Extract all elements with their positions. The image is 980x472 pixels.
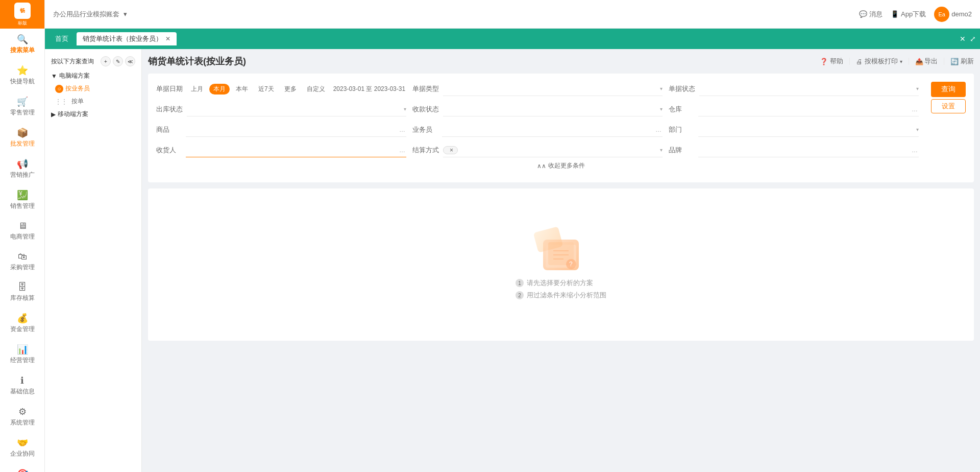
sidebar-item-ecommerce[interactable]: 🖥 电商管理	[0, 216, 44, 246]
query-button[interactable]: 查询	[931, 82, 966, 97]
salesperson-control[interactable]: …	[442, 123, 663, 137]
export-btn[interactable]: 📤 导出	[915, 57, 938, 66]
goods-control[interactable]: …	[186, 123, 406, 137]
sidebar-item-shortcut[interactable]: ⭐ 快捷导航	[0, 60, 44, 91]
message-item[interactable]: 💬 消息	[859, 10, 883, 19]
user-item[interactable]: Ea demo2	[934, 7, 972, 22]
sidebar-item-basic[interactable]: ℹ 基础信息	[0, 370, 44, 401]
warehouse-label: 仓库	[669, 105, 694, 114]
hint1-num: 1	[516, 279, 524, 287]
inventory-icon: 🗄	[18, 282, 27, 293]
date-tab-thismonth[interactable]: 本月	[209, 84, 230, 95]
panel-edit-btn[interactable]: ✎	[113, 56, 123, 66]
date-row: 上月 本月 本年 近7天 更多 自定义 2023-03-01 至 2023-03…	[187, 84, 406, 95]
sidebar-item-operation[interactable]: 📊 经营管理	[0, 339, 44, 370]
enterprise-icon: 🤝	[17, 437, 28, 449]
filter-recipient: 收货人 …	[156, 143, 406, 157]
tree-item-mobile[interactable]: ▶ 移动端方案	[45, 108, 141, 121]
sidebar-item-retail[interactable]: 🛒 零售管理	[0, 91, 44, 122]
message-label: 消息	[869, 10, 883, 19]
sidebar-sales-label: 销售管理	[10, 202, 35, 210]
dropdown-icon[interactable]: ▾	[124, 10, 127, 18]
tab-home[interactable]: 首页	[49, 32, 75, 45]
export-label: 导出	[924, 57, 938, 66]
page-title: 销货单统计表(按业务员)	[148, 55, 246, 67]
tree-salesperson-label: 按业务员	[65, 84, 90, 93]
tab-close-icon[interactable]: ✕	[165, 35, 170, 42]
svg-text:?: ?	[569, 261, 573, 268]
maximize-icon[interactable]: ⤢	[970, 35, 976, 43]
divider2	[909, 58, 909, 65]
date-tab-7days[interactable]: 近7天	[254, 84, 278, 95]
goods-label: 商品	[156, 125, 182, 134]
sidebar-system-label: 系统管理	[10, 418, 35, 427]
sidebar-item-finance[interactable]: 💰 资金管理	[0, 308, 44, 339]
date-tabs: 上月 本月 本年 近7天 更多 自定义	[187, 84, 329, 95]
sidebar-item-purchase[interactable]: 🛍 采购管理	[0, 246, 44, 277]
doc-type-control[interactable]: ▾	[443, 82, 663, 96]
sidebar-item-enterprise[interactable]: 🤝 企业协同	[0, 432, 44, 463]
payment-caret: ▾	[660, 147, 663, 153]
collapse-bar[interactable]: ∧∧ 收起更多条件	[156, 157, 966, 174]
doc-status-caret: ▾	[916, 86, 919, 91]
tree-pc-label: 电脑端方案	[59, 72, 90, 80]
tab-report[interactable]: 销货单统计表（按业务员） ✕	[77, 32, 177, 45]
filter-row-2: 出库状态 ▾ 收款状态 ▾	[156, 102, 919, 116]
panel-collapse-btn[interactable]: ≪	[125, 56, 135, 66]
tab-maximize-area: ✕ ⤢	[960, 35, 976, 43]
close-window-icon[interactable]: ✕	[960, 35, 966, 43]
tree-item-order[interactable]: ⋮⋮ 按单	[45, 95, 141, 108]
recipient-control[interactable]: …	[186, 143, 406, 157]
panel-title: 按以下方案查询	[51, 57, 94, 66]
date-tab-lastmonth[interactable]: 上月	[187, 84, 207, 95]
page-actions: ❓ 帮助 🖨 按模板打印 ▾ 📤 导出	[820, 57, 974, 66]
sidebar-item-newbie[interactable]: 🎯 新手引导	[0, 463, 44, 472]
date-label: 单据日期	[156, 84, 183, 93]
setting-button[interactable]: 设置	[931, 99, 966, 113]
brand-dots: …	[912, 147, 919, 154]
help-btn[interactable]: ❓ 帮助	[820, 57, 843, 66]
sidebar-item-marketing[interactable]: 📢 营销推广	[0, 153, 44, 184]
out-status-control[interactable]: ▾	[187, 102, 406, 116]
print-btn[interactable]: 🖨 按模板打印 ▾	[856, 57, 902, 66]
user-name: demo2	[951, 10, 972, 18]
filter-goods: 商品 …	[156, 123, 406, 137]
refresh-btn[interactable]: 🔄 刷新	[950, 57, 974, 66]
doc-type-label: 单据类型	[412, 84, 439, 93]
date-range: 2023-03-01 至 2023-03-31	[333, 85, 405, 93]
sidebar-item-sales[interactable]: 💹 销售管理	[0, 184, 44, 216]
date-tab-more[interactable]: 更多	[280, 84, 301, 95]
avatar: Ea	[934, 7, 949, 22]
salesperson-dots: …	[655, 126, 663, 133]
sidebar-operation-label: 经营管理	[10, 356, 35, 365]
sidebar: 畅 标版 🔍 搜索菜单 ⭐ 快捷导航 🛒 零售管理 📦 批发管理 📢 营销推广 …	[0, 0, 45, 472]
out-status-caret: ▾	[404, 106, 406, 112]
left-panel: 按以下方案查询 + ✎ ≪ ▼ 电脑端方案	[45, 49, 142, 472]
collect-status-control[interactable]: ▾	[443, 102, 663, 116]
goods-dots: …	[399, 126, 406, 133]
recipient-label: 收货人	[156, 146, 182, 155]
sidebar-item-search[interactable]: 🔍 搜索菜单	[0, 29, 44, 60]
brand-control[interactable]: …	[698, 143, 919, 157]
collect-status-label: 收款状态	[412, 105, 439, 114]
payment-tag-close-icon[interactable]: ×	[450, 147, 453, 154]
payment-tag[interactable]: ×	[443, 146, 458, 154]
doc-status-control[interactable]: ▾	[699, 82, 919, 96]
app-download-item[interactable]: 📱 App下载	[891, 10, 926, 19]
dept-control[interactable]: ▾	[698, 123, 919, 137]
salesperson-label: 业务员	[412, 125, 438, 134]
empty-hint-2: 2 用过滤条件来缩小分析范围	[516, 291, 606, 300]
tree-item-salesperson[interactable]: ☺ 按业务员	[45, 82, 141, 95]
date-tab-thisyear[interactable]: 本年	[232, 84, 252, 95]
panel-add-btn[interactable]: +	[101, 56, 111, 66]
sidebar-retail-label: 零售管理	[10, 108, 35, 117]
hint2-text: 用过滤条件来缩小分析范围	[527, 291, 606, 300]
tree-item-pc[interactable]: ▼ 电脑端方案	[45, 69, 141, 82]
sidebar-item-inventory[interactable]: 🗄 库存核算	[0, 277, 44, 308]
message-icon: 💬	[859, 10, 867, 18]
sidebar-item-wholesale[interactable]: 📦 批发管理	[0, 122, 44, 153]
divider3	[944, 58, 944, 65]
warehouse-control[interactable]: …	[698, 102, 919, 116]
date-tab-custom[interactable]: 自定义	[303, 84, 329, 95]
sidebar-item-system[interactable]: ⚙ 系统管理	[0, 401, 44, 432]
